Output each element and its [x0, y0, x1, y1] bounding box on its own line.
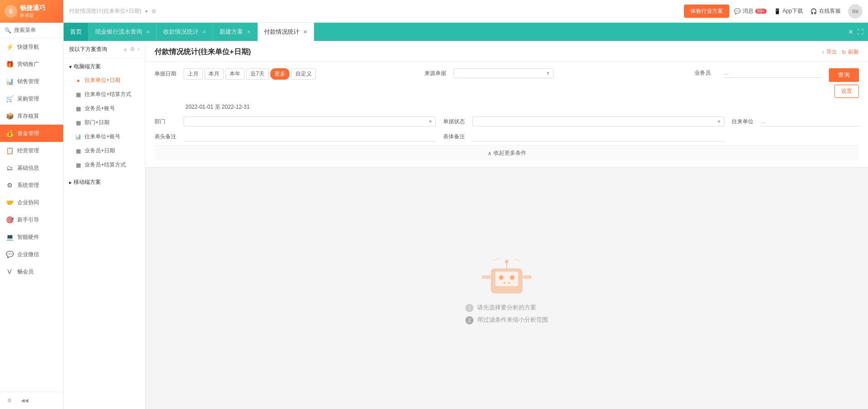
sidebar-item-quick-nav[interactable]: ⚡ 快捷导航: [0, 38, 63, 56]
this-year-btn[interactable]: 本年: [225, 68, 244, 80]
app-download-label: App下载: [783, 7, 803, 15]
settings-btn[interactable]: 设置: [834, 85, 859, 98]
sidebar-item-label: 库存核算: [17, 112, 39, 120]
tab-close-icon[interactable]: ✕: [202, 29, 206, 35]
doc-status-select[interactable]: [472, 116, 724, 126]
sidebar-item-sales[interactable]: 📊 销售管理: [0, 73, 63, 90]
query-btn[interactable]: 查询: [829, 68, 859, 82]
collapse-more-btn[interactable]: ∧ 收起更多条件: [155, 145, 859, 161]
tab-payment-stats[interactable]: 付款情况统计 ✕: [258, 23, 314, 41]
scheme-item-unit-date[interactable]: ● 往来单位+日期: [64, 73, 145, 87]
tab-bank-flow[interactable]: 现金银行流水查询 ✕: [89, 23, 157, 41]
chevron-down-icon: ▾: [69, 64, 72, 70]
scheme-item-label: 往来单位+结算方式: [85, 91, 131, 98]
sidebar-item-label: 经营管理: [17, 147, 39, 155]
tab-close-all-icon[interactable]: ✕: [848, 28, 853, 35]
tab-home[interactable]: 首页: [64, 23, 89, 41]
last-7days-btn[interactable]: 近7天: [246, 68, 269, 80]
tab-new-plan[interactable]: 新建方案 ✕: [213, 23, 258, 41]
search-icon: 🔍: [5, 27, 11, 34]
svg-rect-8: [482, 275, 491, 279]
dept-select[interactable]: [184, 116, 436, 126]
scheme-item-label: 业务员+结算方式: [85, 161, 126, 169]
tab-close-icon[interactable]: ✕: [303, 29, 307, 35]
this-month-btn[interactable]: 本月: [205, 68, 224, 80]
source-select[interactable]: [454, 68, 554, 78]
body-note-input[interactable]: [472, 132, 724, 141]
scheme-group-mobile-title[interactable]: ▸ 移动端方案: [64, 176, 145, 189]
tab-close-icon[interactable]: ✕: [247, 29, 251, 35]
sidebar-item-label: 智能硬件: [17, 233, 39, 241]
collapse-panel-icon[interactable]: ‹: [138, 46, 140, 53]
sidebar-item-system[interactable]: ⚙ 系统管理: [0, 177, 63, 194]
staff-select[interactable]: ...: [723, 68, 822, 78]
sidebar-item-member[interactable]: V 畅会员: [0, 263, 63, 280]
dept-filter-label: 部门: [155, 118, 180, 126]
tab-receipts[interactable]: 收款情况统计 ✕: [157, 23, 213, 41]
basic-icon: 🗂: [5, 164, 14, 172]
scheme-icon: ▦: [75, 162, 82, 169]
scheme-item-staff-account[interactable]: ▦ 业务员+账号: [64, 101, 145, 116]
svg-point-3: [510, 275, 514, 280]
custom-date-btn[interactable]: 自定义: [291, 68, 316, 80]
export-btn[interactable]: ↑ 导出: [822, 48, 837, 56]
scheme-item-label: 往来单位+日期: [85, 76, 120, 84]
scheme-item-dept-date[interactable]: ▦ 部门+日期: [64, 116, 145, 130]
sidebar-item-marketing[interactable]: 🎁 营销推广: [0, 56, 63, 73]
sidebar-item-hardware[interactable]: 💻 智能硬件: [0, 228, 63, 246]
sidebar-search[interactable]: 🔍 搜索菜单: [0, 23, 63, 38]
tab-maximize-icon[interactable]: ⛶: [857, 28, 863, 35]
scheme-item-unit-account[interactable]: 📊 往来单位+账号: [64, 130, 145, 144]
head-note-input[interactable]: [184, 132, 436, 141]
tab-close-icon[interactable]: ✕: [146, 29, 150, 35]
filter-area: 单据日期 上月 本月 本年 近7天 更多 自定义 来源单据: [145, 62, 868, 167]
add-scheme-icon[interactable]: +: [124, 46, 127, 53]
more-date-btn[interactable]: 更多: [270, 68, 289, 80]
source-filter-label: 来源单据: [424, 70, 450, 77]
settings-footer-btn[interactable]: ⚙: [4, 396, 15, 405]
body-note-label: 表体备注: [443, 133, 469, 141]
dropdown-arrow-icon[interactable]: ▾: [145, 8, 148, 15]
app-download-icon: 📱: [774, 8, 781, 15]
settings-scheme-icon[interactable]: ⚙: [130, 46, 135, 53]
sidebar-item-enterprise[interactable]: 🤝 企业协同: [0, 194, 63, 211]
refresh-btn[interactable]: ↻ 刷新: [842, 48, 859, 56]
sidebar-item-weixin[interactable]: 💬 企业微信: [0, 246, 63, 263]
svg-point-5: [508, 282, 510, 284]
trial-btn[interactable]: 体验行业方案: [684, 5, 729, 18]
online-service-label: 在线客服: [819, 7, 841, 15]
online-service-action[interactable]: 🎧 在线客服: [810, 7, 841, 15]
sidebar-item-inventory[interactable]: 📦 库存核算: [0, 107, 63, 125]
left-panel-title: 按以下方案查询: [69, 45, 121, 53]
breadcrumb-text: 付款情况统计(往来单位+日期): [69, 7, 141, 15]
sidebar-item-operations[interactable]: 📋 经营管理: [0, 142, 63, 159]
partner-input[interactable]: ...: [761, 117, 859, 126]
user-avatar[interactable]: Rit: [848, 4, 863, 19]
sidebar-item-basic[interactable]: 🗂 基础信息: [0, 159, 63, 177]
refresh-label: 刷新: [848, 48, 859, 56]
date-filter-label: 单据日期: [155, 70, 180, 78]
hint-number-2: 2: [465, 316, 474, 324]
sidebar-item-capital[interactable]: 💰 资金管理: [0, 125, 63, 142]
empty-illustration: [479, 252, 534, 298]
export-icon: ↑: [822, 49, 824, 56]
scheme-icon: ▦: [75, 119, 82, 126]
collapse-sidebar-btn[interactable]: ◀◀: [17, 396, 32, 405]
sidebar-header: 6 畅捷通巧 标准版: [0, 0, 63, 23]
purchase-icon: 🛒: [5, 95, 14, 103]
message-action[interactable]: 💬 消息 99+: [734, 7, 767, 15]
svg-point-2: [499, 275, 504, 280]
scheme-group-desktop-title[interactable]: ▾ 电脑端方案: [64, 60, 145, 73]
scheme-item-staff-settle[interactable]: ▦ 业务员+结算方式: [64, 158, 145, 172]
scheme-item-unit-settle[interactable]: ▦ 往来单位+结算方式: [64, 87, 145, 101]
last-month-btn[interactable]: 上月: [184, 68, 203, 80]
message-badge: 99+: [755, 9, 767, 14]
scheme-icon: ▦: [75, 91, 82, 98]
scheme-item-staff-date[interactable]: ▦ 业务员+日期: [64, 144, 145, 158]
headset-icon: 🎧: [810, 8, 817, 15]
svg-point-7: [505, 260, 509, 263]
app-download-action[interactable]: 📱 App下载: [774, 7, 803, 15]
sidebar-item-newguide[interactable]: 🎯 新手引导: [0, 211, 63, 228]
settings-topbar-icon[interactable]: ⚙: [151, 8, 156, 15]
sidebar-item-purchase[interactable]: 🛒 采购管理: [0, 90, 63, 107]
